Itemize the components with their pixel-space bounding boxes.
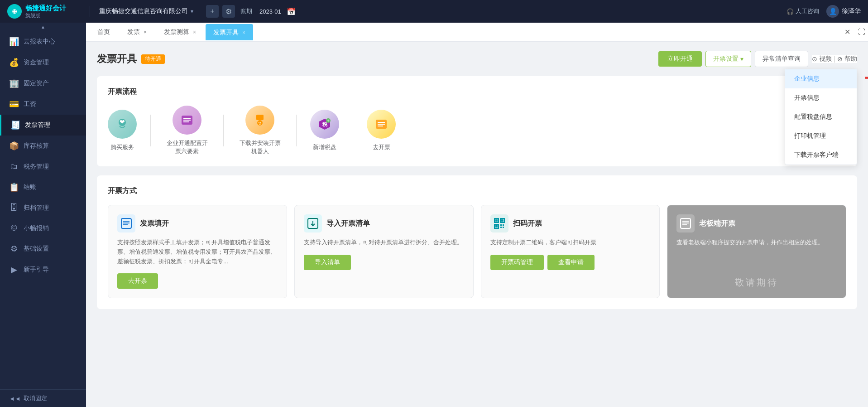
chevron-down-icon: ▾ (191, 8, 193, 15)
company-name: 重庆畅捷交通信息咨询有限公司 (99, 7, 188, 15)
sidebar-item-gongzi[interactable]: 💳 工资 (0, 94, 86, 115)
activate-button[interactable]: 立即开通 (658, 51, 702, 67)
play-icon[interactable]: ⊙ (812, 55, 817, 63)
expense-icon: © (9, 223, 19, 233)
sidebar-label-jichushezhi: 基础设置 (24, 245, 49, 253)
method-title-scan: 扫码开票 (513, 219, 542, 228)
logo-icon: ⊕ (7, 4, 22, 19)
overlay-text-boss: 敬请期待 (667, 276, 846, 289)
page-content: 发票开具 待开通 立即开通 开票设置 ▾ 异常清单查询 ⊙ 视频 (86, 42, 868, 407)
tab-fapiao-close[interactable]: × (144, 29, 147, 35)
flow-step-2: 企业开通配置开票六要素 (164, 106, 210, 155)
method-card-scan: 扫码开票 支持定制开票二维码，客户端可扫码开票 开票码管理 查看申请 (481, 205, 660, 298)
scan-view-apply-button[interactable]: 查看申请 (547, 255, 595, 270)
tab-fapiao-cesuan[interactable]: 发票测算 × (156, 24, 204, 40)
method-desc-scan: 支持定制开票二维码，客户端可扫码开票 (490, 238, 651, 247)
method-card-fill: 发票填开 支持按照发票样式手工填开发票；可开具增值税电子普通发票、增值税普通发票… (108, 205, 287, 298)
support-button[interactable]: 🎧 人工咨询 (786, 7, 819, 15)
dropdown-item-printer[interactable]: 打印机管理 (785, 126, 857, 145)
import-invoice-button[interactable]: 导入清单 (304, 255, 351, 270)
video-label[interactable]: 视频 (819, 55, 832, 63)
method-header-scan: 扫码开票 (490, 214, 651, 233)
svg-point-7 (257, 120, 263, 126)
sidebar-item-jichushezhi[interactable]: ⚙ 基础设置 (0, 238, 86, 259)
method-card-boss: 老板端开票 查看老板端小程序提交的开票申请，并作出相应的处理。 敬请期待 (667, 205, 846, 298)
video-help-area: ⊙ 视频 | ⊘ 帮助 (812, 55, 857, 63)
method-header-boss: 老板端开票 (676, 214, 837, 233)
settings-icon[interactable]: ⚙ (222, 5, 235, 18)
sidebar-item-zijin[interactable]: 💰 资金管理 (0, 52, 86, 73)
step-divider-3 (296, 115, 297, 146)
tab-fapiao-kaiju-close[interactable]: × (242, 29, 245, 36)
company-selector[interactable]: 重庆畅捷交通信息咨询有限公司 ▾ (96, 5, 197, 17)
maximize-window-button[interactable]: ⛶ (855, 26, 868, 39)
inventory-icon: 📦 (9, 141, 19, 151)
sidebar-item-guidang[interactable]: 🗄 归档管理 (0, 198, 86, 218)
svg-rect-34 (682, 221, 689, 222)
flow-step-1: ❤ 购买服务 (108, 110, 137, 151)
page-title-area: 发票开具 待开通 (97, 52, 165, 66)
help-label[interactable]: 帮助 (844, 55, 857, 63)
flow-step-4: 税+ 新增税盘 (310, 110, 339, 151)
svg-rect-31 (500, 227, 502, 228)
sidebar-item-shuiwu[interactable]: 🗂 税务管理 (0, 156, 86, 177)
tab-fapiao[interactable]: 发票 × (120, 24, 154, 40)
sidebar-item-xiaochang[interactable]: © 小畅报销 (0, 218, 86, 238)
tab-fapiao-cesuan-close[interactable]: × (193, 29, 196, 35)
dropdown-label-download-client: 下载开票客户端 (794, 151, 839, 158)
sidebar-label-gongzi: 工资 (24, 100, 36, 108)
tab-home-label: 首页 (97, 28, 110, 36)
svg-rect-32 (503, 227, 504, 228)
svg-rect-17 (378, 126, 383, 126)
svg-rect-5 (183, 121, 189, 122)
top-divider (90, 6, 90, 17)
dropdown-item-tax-disk[interactable]: 配置税盘信息 (785, 107, 857, 126)
period-value: 2023-01 (259, 8, 281, 15)
dropdown-label-tax-disk: 配置税盘信息 (794, 113, 832, 120)
sidebar-label-xiaochang: 小畅报销 (24, 224, 49, 233)
top-bar: ⊕ 畅捷通好会计 旗舰版 重庆畅捷交通信息咨询有限公司 ▾ + ⚙ 账期 202… (0, 0, 868, 23)
sidebar-item-yunbao[interactable]: 📊 云报表中心 (0, 31, 86, 52)
sidebar-item-fapiao[interactable]: 🧾 发票管理 (0, 115, 86, 136)
method-header-import: 导入开票清单 (304, 214, 464, 233)
step-4-label: 新增税盘 (313, 143, 336, 151)
logo-area: ⊕ 畅捷通好会计 旗舰版 (7, 4, 84, 19)
app-name: 畅捷通好会计 (25, 4, 66, 12)
settings-button[interactable]: 开票设置 ▾ (705, 51, 751, 67)
fill-invoice-button[interactable]: 去开票 (117, 273, 158, 289)
import-invoice-icon (304, 214, 322, 233)
scroll-up-button[interactable]: ▲ (41, 24, 45, 29)
add-button[interactable]: + (206, 5, 219, 18)
tab-fapiao-kaiju[interactable]: 发票开具 × (206, 24, 253, 40)
sidebar-item-gudingzichan[interactable]: 🏢 固定资产 (0, 73, 86, 94)
dropdown-item-invoice-info[interactable]: 开票信息 (785, 88, 857, 107)
calendar-icon[interactable]: 📅 (287, 7, 296, 16)
dropdown-item-company[interactable]: 企业信息 (785, 69, 857, 88)
svg-rect-20 (123, 223, 129, 223)
flow-step-3: 下载并安装开票机器人 (237, 106, 283, 155)
sidebar-item-jiezhang[interactable]: 📋 结账 (0, 177, 86, 198)
scan-code-manage-button[interactable]: 开票码管理 (490, 255, 544, 270)
dropdown-label-invoice-info: 开票信息 (794, 94, 820, 101)
sidebar-collapse-button[interactable]: ◄◄ 取消固定 (0, 389, 86, 407)
user-area[interactable]: 👤 徐泽华 (826, 5, 861, 18)
svg-rect-4 (183, 120, 191, 121)
tab-fapiao-kaiju-label: 发票开具 (213, 29, 239, 37)
chevron-down-settings-icon: ▾ (740, 55, 743, 63)
dropdown-item-download-client[interactable]: 下载开票客户端 (785, 145, 857, 165)
exception-button[interactable]: 异常清单查询 (755, 51, 808, 67)
svg-rect-36 (682, 224, 687, 225)
step-1-label: 购买服务 (110, 143, 134, 151)
sidebar-item-kucun[interactable]: 📦 库存核算 (0, 136, 86, 156)
close-window-button[interactable]: ✕ (841, 26, 854, 39)
step-2-icon (173, 106, 201, 135)
sidebar-label-shuiwu: 税务管理 (24, 163, 49, 171)
tab-home[interactable]: 首页 (90, 24, 118, 40)
step-3-label: 下载并安装开票机器人 (237, 139, 283, 155)
sidebar-item-xinshouyindao[interactable]: ▶ 新手引导 (0, 259, 86, 280)
method-desc-import: 支持导入待开票清单，可对待开票清单进行拆分、合并处理。 (304, 238, 464, 247)
sidebar-scroll-up: ▲ (0, 23, 86, 31)
methods-grid: 发票填开 支持按照发票样式手工填开发票；可开具增值税电子普通发票、增值税普通发票… (108, 205, 846, 298)
dropdown-label-printer: 打印机管理 (794, 132, 826, 139)
collapse-label: 取消固定 (24, 394, 47, 402)
